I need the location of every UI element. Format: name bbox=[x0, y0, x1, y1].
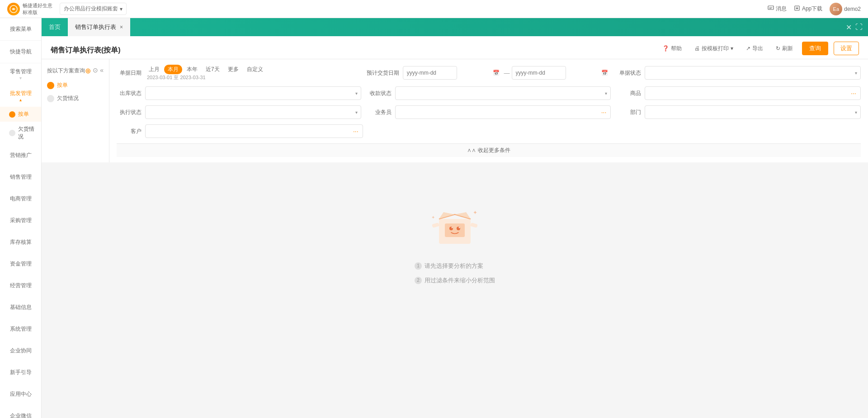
salesperson-dots-icon[interactable]: ··· bbox=[599, 109, 609, 116]
export-icon: ↗ bbox=[746, 45, 750, 52]
sidebar-item-basic[interactable]: 基础信息 bbox=[0, 296, 41, 318]
sidebar-sub-order[interactable]: 按单 bbox=[0, 107, 41, 122]
query-button[interactable]: 查询 bbox=[802, 42, 828, 55]
sidebar-item-finance[interactable]: 资金管理 bbox=[0, 253, 41, 275]
close-window-icon[interactable]: ✕ bbox=[846, 23, 852, 32]
outbound-label: 出库状态 bbox=[117, 90, 142, 97]
collapse-bar[interactable]: ∧∧ 收起更多条件 bbox=[117, 143, 861, 157]
expected-date-start[interactable] bbox=[403, 66, 457, 80]
sidebar-newuser-label: 新手引导 bbox=[10, 369, 32, 376]
print-chevron-icon: ▾ bbox=[731, 45, 733, 52]
date-tab-last-month[interactable]: 上月 bbox=[145, 65, 163, 74]
sidebar-marketing-label: 营销推广 bbox=[10, 152, 32, 159]
doc-status-select-wrapper bbox=[645, 66, 861, 80]
settings-button[interactable]: 设置 bbox=[834, 42, 859, 55]
sub-debt-icon bbox=[9, 130, 15, 136]
content-area: 首页 销售订单执行表 × ✕ ⛶ 销售订单执行表(按单) ❓ 帮助 bbox=[42, 18, 868, 418]
payment-select[interactable] bbox=[395, 86, 611, 100]
salesperson-input[interactable] bbox=[395, 105, 611, 119]
sidebar-item-operations[interactable]: 经营管理 bbox=[0, 275, 41, 296]
customer-input[interactable] bbox=[145, 124, 363, 138]
date-tab-this-year[interactable]: 本年 bbox=[183, 65, 201, 74]
sidebar-quicknav[interactable]: 快捷导航 bbox=[0, 41, 41, 63]
maximize-window-icon[interactable]: ⛶ bbox=[855, 23, 863, 31]
sidebar-item-sales[interactable]: 销售管理 bbox=[0, 166, 41, 188]
doc-status-select[interactable] bbox=[645, 66, 861, 80]
collapse-label: 收起更多条件 bbox=[478, 147, 510, 153]
sidebar-item-wechat[interactable]: 企业微信 bbox=[0, 405, 41, 418]
message-action[interactable]: 消息 bbox=[768, 5, 787, 13]
date-separator: — bbox=[504, 70, 510, 76]
logo-text: 畅捷通好生意 标准版 bbox=[23, 2, 52, 15]
tab-sales-order[interactable]: 销售订单执行表 × bbox=[68, 18, 130, 36]
sidebar-item-wholesale[interactable]: 批发管理 ▴ bbox=[0, 85, 41, 107]
sidebar-item-appcenter[interactable]: 应用中心 bbox=[0, 383, 41, 405]
date-filter-tabs: 上月 本月 本年 近7天 更多 自定义 bbox=[145, 65, 361, 74]
date-tab-more[interactable]: 更多 bbox=[224, 65, 242, 74]
page-title: 销售订单执行表(按单) bbox=[51, 46, 121, 55]
goods-input-wrapper: ··· bbox=[645, 86, 861, 100]
sidebar-item-inventory[interactable]: 库存核算 bbox=[0, 231, 41, 253]
outbound-select[interactable] bbox=[145, 86, 361, 100]
sidebar-sales-label: 销售管理 bbox=[10, 173, 32, 181]
scheme-item-debt[interactable]: 欠货情况 bbox=[42, 92, 109, 105]
sidebar-wholesale-label: 批发管理 bbox=[10, 90, 32, 97]
help-btn[interactable]: ❓ 帮助 bbox=[659, 43, 685, 54]
sidebar-ecommerce-label: 电商管理 bbox=[10, 195, 32, 203]
sub-order-icon bbox=[9, 111, 15, 118]
help-label: 帮助 bbox=[671, 45, 682, 52]
app-selector[interactable]: 办公用品行业模拟账套 ▾ bbox=[60, 3, 127, 15]
sidebar-item-cooperation[interactable]: 企业协同 bbox=[0, 340, 41, 361]
customer-dots-icon[interactable]: ··· bbox=[351, 128, 360, 135]
header-right: 消息 App下载 Ea demo2 bbox=[768, 3, 861, 15]
refresh-label: 刷新 bbox=[782, 45, 793, 52]
sidebar-sub-debt[interactable]: 欠货情况 bbox=[0, 122, 41, 144]
date-tab-7days[interactable]: 近7天 bbox=[202, 65, 223, 74]
exec-status-select[interactable] bbox=[145, 105, 361, 119]
date-tab-this-month[interactable]: 本月 bbox=[164, 65, 182, 74]
chevron-down-icon: ▾ bbox=[120, 6, 123, 12]
expected-date-range: — bbox=[403, 66, 611, 80]
user-area[interactable]: Ea demo2 bbox=[830, 3, 861, 15]
app-download-action[interactable]: App下载 bbox=[794, 5, 822, 13]
empty-hint2-label: 用过滤条件来缩小分析范围 bbox=[425, 275, 495, 286]
export-btn[interactable]: ↗ 导出 bbox=[742, 43, 767, 54]
goods-input[interactable] bbox=[645, 86, 861, 100]
message-icon bbox=[768, 5, 774, 13]
customer-label: 客户 bbox=[117, 128, 142, 135]
help-icon: ❓ bbox=[662, 45, 669, 52]
expected-date-label: 预计交货日期 bbox=[367, 69, 399, 77]
sidebar-item-marketing[interactable]: 营销推广 bbox=[0, 144, 41, 166]
filter-field-outbound: 出库状态 bbox=[117, 86, 361, 100]
sidebar-item-purchase[interactable]: 采购管理 bbox=[0, 209, 41, 231]
expected-date-start-wrapper bbox=[403, 66, 502, 80]
edit-scheme-icon[interactable]: ⊙ bbox=[93, 66, 98, 75]
sidebar-item-ecommerce[interactable]: 电商管理 bbox=[0, 188, 41, 209]
refresh-btn[interactable]: ↻ 刷新 bbox=[772, 43, 797, 54]
collapse-scheme-icon[interactable]: « bbox=[100, 66, 104, 75]
expected-date-end[interactable] bbox=[512, 66, 566, 80]
tab-close-icon[interactable]: × bbox=[120, 24, 123, 30]
sub-order-label: 按单 bbox=[18, 110, 29, 118]
goods-dots-icon[interactable]: ··· bbox=[849, 90, 858, 97]
scheme-item-order[interactable]: 按单 bbox=[42, 79, 109, 92]
tab-home[interactable]: 首页 bbox=[42, 18, 68, 36]
sidebar-item-newuser[interactable]: 新手引导 bbox=[0, 361, 41, 383]
print-template-btn[interactable]: 🖨 按模板打印 ▾ bbox=[691, 43, 737, 54]
scheme-label: 按以下方案查询 bbox=[47, 67, 85, 75]
sidebar-system-label: 系统管理 bbox=[10, 325, 32, 333]
page-content: 销售订单执行表(按单) ❓ 帮助 🖨 按模板打印 ▾ ↗ 导出 bbox=[42, 36, 868, 418]
sidebar-search[interactable]: 搜索菜单 bbox=[0, 18, 41, 41]
outbound-select-wrapper bbox=[145, 86, 361, 100]
scheme-dot-active bbox=[47, 82, 54, 89]
sidebar-wechat-label: 企业微信 bbox=[10, 412, 32, 418]
date-tab-custom[interactable]: 自定义 bbox=[243, 65, 267, 74]
add-scheme-icon[interactable]: ⊕ bbox=[85, 66, 91, 75]
sidebar-item-retail[interactable]: 零售管理 ▾ bbox=[0, 63, 41, 85]
main-layout: 搜索菜单 快捷导航 零售管理 ▾ 批发管理 ▴ 按单 欠货情况 营销推广 销售管… bbox=[0, 18, 868, 418]
sidebar-item-system[interactable]: 系统管理 bbox=[0, 318, 41, 340]
tab-bar-right: ✕ ⛶ bbox=[846, 23, 868, 32]
sidebar-purchase-label: 采购管理 bbox=[10, 217, 32, 224]
chevron-icon: ▾ bbox=[19, 76, 22, 81]
dept-select[interactable] bbox=[645, 105, 861, 119]
